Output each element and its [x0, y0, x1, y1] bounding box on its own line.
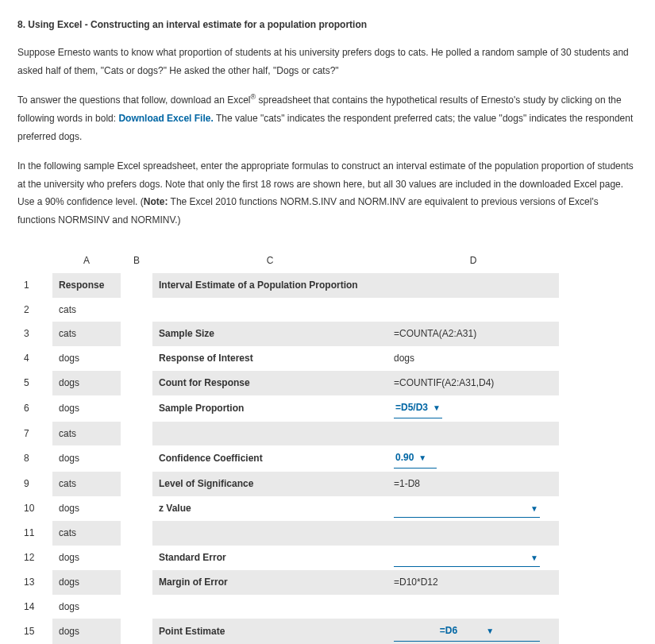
table-row: 14dogs — [17, 595, 559, 619]
table-row: 8dogsConfidence Coefficient0.90▼ — [17, 445, 559, 472]
cell-label: Response of Interest — [152, 346, 387, 371]
cell-blank — [121, 521, 152, 546]
cell-label: Standard Error — [152, 546, 387, 570]
table-row: 12dogsStandard Error▼ — [17, 546, 559, 570]
intro-paragraph-3: In the following sample Excel spreadshee… — [17, 157, 638, 229]
cell-response: cats — [52, 472, 121, 496]
cell-response: dogs — [52, 445, 121, 472]
cell-value: =COUNTA(A2:A31) — [387, 322, 559, 346]
cell-response: dogs — [52, 496, 121, 521]
cell-value: 0.90▼ — [387, 445, 559, 472]
cell-response: cats — [52, 298, 121, 322]
row-number: 9 — [17, 472, 52, 496]
cell-response: dogs — [52, 346, 121, 371]
table-row: 10dogsz Value▼ — [17, 496, 559, 521]
row-number: 7 — [17, 422, 52, 446]
col-header-D: D — [387, 249, 559, 273]
intro-paragraph-2: To answer the questions that follow, dow… — [17, 91, 638, 145]
table-row: 6dogsSample Proportion=D5/D3▼ — [17, 395, 559, 422]
cell-blank — [121, 472, 152, 496]
cell-response: Response — [52, 273, 121, 298]
table-row: 3catsSample Size=COUNTA(A2:A31) — [17, 322, 559, 346]
cell-label — [152, 521, 387, 546]
cell-value — [387, 273, 559, 298]
col-header-C: C — [152, 249, 387, 273]
row-number: 11 — [17, 521, 52, 546]
col-header-A: A — [52, 249, 121, 273]
row-number: 1 — [17, 273, 52, 298]
cell-value: dogs — [387, 346, 559, 371]
cell-blank — [121, 570, 152, 595]
dropdown-cell[interactable]: ▼ — [394, 501, 540, 518]
cell-response: dogs — [52, 570, 121, 595]
cell-value: =D6 ▼ — [387, 619, 559, 644]
cell-value: =1-D8 — [387, 472, 559, 496]
cell-label: Sample Proportion — [152, 395, 387, 422]
table-row: 1ResponseInterval Estimate of a Populati… — [17, 273, 559, 298]
col-header-B: B — [121, 249, 152, 273]
row-number: 6 — [17, 395, 52, 422]
cell-label — [152, 422, 387, 446]
cell-blank — [121, 322, 152, 346]
row-number: 10 — [17, 496, 52, 521]
caret-down-icon: ▼ — [530, 501, 538, 516]
table-row: 15dogsPoint Estimate=D6 ▼ — [17, 619, 559, 644]
row-number: 3 — [17, 322, 52, 346]
cell-label: z Value — [152, 496, 387, 521]
cell-blank — [121, 595, 152, 619]
dropdown-cell[interactable]: =D6 ▼ — [394, 622, 540, 642]
cell-blank — [121, 445, 152, 472]
intro-paragraph-1: Suppose Ernesto wants to know what propo… — [17, 44, 638, 80]
cell-response: dogs — [52, 619, 121, 644]
cell-value: ▼ — [387, 496, 559, 521]
dropdown-cell[interactable]: ▼ — [394, 550, 540, 567]
cell-value: =COUNTIF(A2:A31,D4) — [387, 371, 559, 395]
cell-response: cats — [52, 521, 121, 546]
table-row: 7cats — [17, 422, 559, 446]
cell-value — [387, 422, 559, 446]
cell-response: dogs — [52, 371, 121, 395]
cell-value: ▼ — [387, 546, 559, 570]
row-number: 4 — [17, 346, 52, 371]
cell-value: =D5/D3▼ — [387, 395, 559, 422]
cell-value — [387, 298, 559, 322]
dropdown-cell[interactable]: =D5/D3▼ — [394, 399, 442, 418]
table-row: 4dogsResponse of Interestdogs — [17, 346, 559, 371]
row-number: 2 — [17, 298, 52, 322]
table-row: 2cats — [17, 298, 559, 322]
dropdown-cell[interactable]: 0.90▼ — [394, 449, 437, 469]
row-number: 8 — [17, 445, 52, 472]
cell-label — [152, 298, 387, 322]
cell-label: Sample Size — [152, 322, 387, 346]
caret-down-icon: ▼ — [433, 400, 441, 415]
caret-down-icon: ▼ — [418, 450, 426, 465]
cell-blank — [121, 371, 152, 395]
cell-label: Confidence Coefficient — [152, 445, 387, 472]
table-row: 9catsLevel of Significance=1-D8 — [17, 472, 559, 496]
caret-down-icon: ▼ — [530, 550, 538, 565]
table-row: 11cats — [17, 521, 559, 546]
cell-value — [387, 595, 559, 619]
cell-blank — [121, 273, 152, 298]
download-excel-link[interactable]: Download Excel File. — [118, 113, 213, 124]
table-row: 13dogsMargin of Error=D10*D12 — [17, 570, 559, 595]
cell-blank — [121, 395, 152, 422]
excel-spreadsheet-table: A B C D 1ResponseInterval Estimate of a … — [17, 249, 559, 644]
cell-blank — [121, 496, 152, 521]
cell-label: Level of Significance — [152, 472, 387, 496]
row-number: 15 — [17, 619, 52, 644]
cell-blank — [121, 546, 152, 570]
table-row: 5dogsCount for Response=COUNTIF(A2:A31,D… — [17, 371, 559, 395]
cell-response: cats — [52, 322, 121, 346]
row-number: 5 — [17, 371, 52, 395]
cell-response: cats — [52, 422, 121, 446]
cell-response: dogs — [52, 595, 121, 619]
cell-label: Point Estimate — [152, 619, 387, 644]
cell-value: =D10*D12 — [387, 570, 559, 595]
cell-value — [387, 521, 559, 546]
cell-label — [152, 595, 387, 619]
dropdown-value: =D6 — [440, 622, 457, 640]
column-header-row: A B C D — [17, 249, 559, 273]
text: To answer the questions that follow, dow… — [17, 94, 251, 106]
cell-response: dogs — [52, 546, 121, 570]
